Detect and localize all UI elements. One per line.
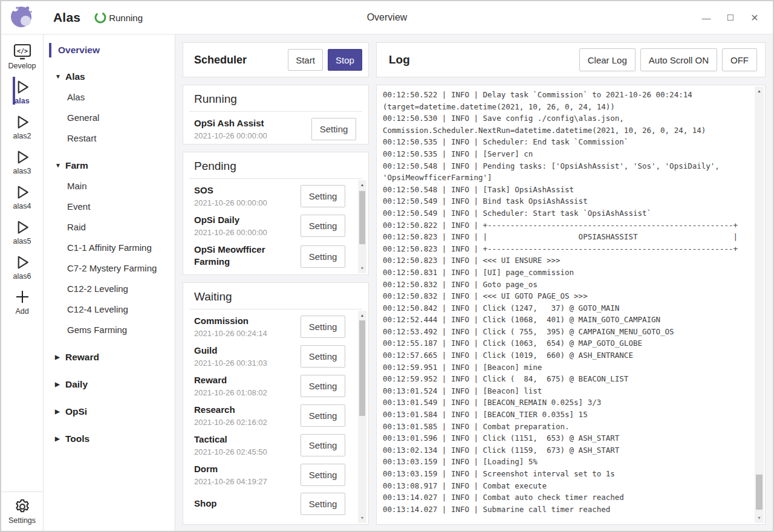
nav-item-raid[interactable]: Raid <box>44 217 175 238</box>
nav-group-daily: ▶ Daily <box>44 374 175 395</box>
auto-scroll-off-button[interactable]: OFF <box>722 48 757 71</box>
nav-group-header-alas[interactable]: ▼ Alas <box>44 66 175 87</box>
triangle-right-icon: ▶ <box>55 429 65 449</box>
pending-scrollbar[interactable]: ▲ ▼ <box>358 180 366 273</box>
nav-item-event[interactable]: Event <box>44 196 175 217</box>
scroll-down-icon[interactable]: ▼ <box>358 265 366 272</box>
setting-button[interactable]: Setting <box>301 375 345 397</box>
minimize-icon[interactable]: — <box>697 8 716 27</box>
scrollbar-thumb[interactable] <box>756 475 763 510</box>
setting-button[interactable]: Setting <box>301 245 345 268</box>
rail-item-alas6[interactable]: alas6 <box>13 250 32 285</box>
nav-item-c7-2-mystery-farming[interactable]: C7-2 Mystery Farming <box>44 258 175 279</box>
scroll-down-icon[interactable]: ▼ <box>358 514 366 522</box>
nav-item-alas[interactable]: Alas <box>44 87 175 108</box>
rail-item-label: Add <box>1 307 43 316</box>
task-row-dorm: Dorm 2021-10-26 04:19:27 Setting <box>183 460 368 490</box>
log-line: 00:12:50.535 | INFO | [Server] cn <box>383 148 748 160</box>
rail-item-alas3[interactable]: alas3 <box>13 144 32 180</box>
window-controls: — ☐ ✕ <box>697 8 764 27</box>
scrollbar-thumb[interactable] <box>359 320 365 416</box>
setting-button[interactable]: Setting <box>301 316 345 338</box>
setting-button[interactable]: Setting <box>301 185 345 207</box>
task-info: Tactical 2021-10-26 02:45:50 <box>194 433 301 457</box>
scheduler-column: Scheduler Start Stop Running OpSi Ash As… <box>183 42 369 525</box>
nav-item-gems-farming[interactable]: Gems Farming <box>44 320 175 340</box>
nav-item-overview[interactable]: Overview <box>44 41 175 60</box>
setting-button[interactable]: Setting <box>301 215 345 237</box>
log-scrollbar[interactable]: ▲ ▼ <box>755 86 764 523</box>
setting-button[interactable]: Setting <box>301 464 345 486</box>
waiting-scrollbar[interactable]: ▲ ▼ <box>358 311 366 523</box>
log-line: 'OpsiMeowfficerFarming'] <box>383 172 748 184</box>
rail-item-alas5[interactable]: alas5 <box>13 215 32 250</box>
auto-scroll-on-button[interactable]: Auto Scroll ON <box>640 48 717 71</box>
rail-item-alas4[interactable]: alas4 <box>13 180 32 215</box>
log-line: 00:13:01.549 | INFO | [BEACON_REMAIN 0.0… <box>383 397 748 409</box>
nav-group-header-daily[interactable]: ▶ Daily <box>44 374 175 395</box>
log-panel[interactable]: 00:12:50.522 | INFO | Delay task `Commis… <box>376 85 766 525</box>
nav-group-header-opsi[interactable]: ▶ OpSi <box>44 401 175 422</box>
log-line: 00:13:01.596 | INFO | Click (1151, 653) … <box>383 432 748 444</box>
task-row-sos: SOS 2021-10-26 00:00:00 Setting <box>183 181 368 211</box>
nav-group-header-farm[interactable]: ▼ Farm <box>44 155 175 176</box>
log-line: 00:13:01.585 | INFO | Combat preparation… <box>383 421 748 433</box>
rail-item-develop[interactable]: </> Develop <box>1 39 43 74</box>
nav-item-c12-2-leveling[interactable]: C12-2 Leveling <box>44 279 175 299</box>
nav-item-c12-4-leveling[interactable]: C12-4 Leveling <box>44 299 175 320</box>
maximize-icon[interactable]: ☐ <box>721 8 740 27</box>
log-line: 00:12:59.951 | INFO | [Beacon] mine <box>383 362 748 374</box>
task-row-reward: Reward 2021-10-26 01:08:02 Setting <box>183 371 368 401</box>
task-name: SOS <box>194 184 301 196</box>
task-info: OpSi Daily 2021-10-26 00:00:00 <box>194 214 301 238</box>
app-body: </> Develop alas alas2 alas3 alas4 alas5… <box>1 34 773 531</box>
nav-group-header-reward[interactable]: ▶ Reward <box>44 347 175 368</box>
task-info: Dorm 2021-10-26 04:19:27 <box>194 463 301 487</box>
task-row-opsi-ash-assist: OpSi Ash Assist 2021-10-26 00:00:00 Sett… <box>183 114 368 144</box>
task-next-run-time: 2021-10-26 00:31:03 <box>194 358 301 368</box>
rail-item-settings[interactable]: Settings <box>1 491 43 531</box>
setting-button[interactable]: Setting <box>301 404 345 427</box>
log-line: 00:13:08.917 | INFO | Combat execute <box>383 480 748 492</box>
plus-icon <box>1 288 43 307</box>
clear-log-button[interactable]: Clear Log <box>579 48 636 71</box>
scroll-up-icon[interactable]: ▲ <box>358 181 366 189</box>
rail-item-alas2[interactable]: alas2 <box>13 109 32 144</box>
start-button[interactable]: Start <box>288 49 323 71</box>
scroll-up-icon[interactable]: ▲ <box>755 88 764 95</box>
nav-item-main[interactable]: Main <box>44 176 175 196</box>
scroll-down-icon[interactable]: ▼ <box>755 514 764 522</box>
task-row-opsi-daily: OpSi Daily 2021-10-26 00:00:00 Setting <box>183 211 368 241</box>
triangle-down-icon: ▼ <box>55 155 65 176</box>
log-line: 00:12:50.548 | INFO | [Task] OpsiAshAssi… <box>383 184 748 196</box>
nav-item-c1-1-affinity-farming[interactable]: C1-1 Affinity Farming <box>44 238 175 258</box>
close-icon[interactable]: ✕ <box>745 8 764 27</box>
nav-group-reward: ▶ Reward <box>44 347 175 368</box>
stop-button[interactable]: Stop <box>328 49 362 71</box>
setting-button[interactable]: Setting <box>301 493 345 515</box>
scrollbar-thumb[interactable] <box>359 191 365 244</box>
nav-group-label: OpSi <box>65 401 87 422</box>
app-title: Alas <box>53 10 80 25</box>
rail-item-label: alas <box>13 97 32 105</box>
task-row-opsi-meowfficer-farming: OpSi Meowfficer Farming Setting <box>183 241 368 272</box>
rail-item-alas[interactable]: alas <box>13 74 32 109</box>
setting-button[interactable]: Setting <box>311 118 356 140</box>
nav-item-general[interactable]: General <box>44 108 175 128</box>
setting-button[interactable]: Setting <box>301 434 345 456</box>
triangle-right-icon: ▶ <box>55 347 65 368</box>
nav-group-alas: ▼ AlasAlasGeneralRestart <box>44 66 175 149</box>
play-icon <box>13 78 32 96</box>
nav-item-restart[interactable]: Restart <box>44 128 175 149</box>
brand: Alas Running <box>10 4 143 31</box>
task-row-research: Research 2021-10-26 02:16:02 Setting <box>183 401 368 430</box>
nav-group-label: Daily <box>65 374 88 395</box>
nav-group-header-tools[interactable]: ▶ Tools <box>44 429 175 449</box>
setting-button[interactable]: Setting <box>301 345 345 368</box>
task-name: Dorm <box>194 463 301 475</box>
rail-item-add[interactable]: Add <box>1 285 43 320</box>
task-next-run-time: 2021-10-26 01:08:02 <box>194 388 301 398</box>
log-line: 00:12:50.832 | INFO | <<< UI GOTO PAGE_O… <box>383 290 748 302</box>
scroll-up-icon[interactable]: ▲ <box>358 312 366 319</box>
task-name: OpSi Meowfficer Farming <box>194 244 301 268</box>
